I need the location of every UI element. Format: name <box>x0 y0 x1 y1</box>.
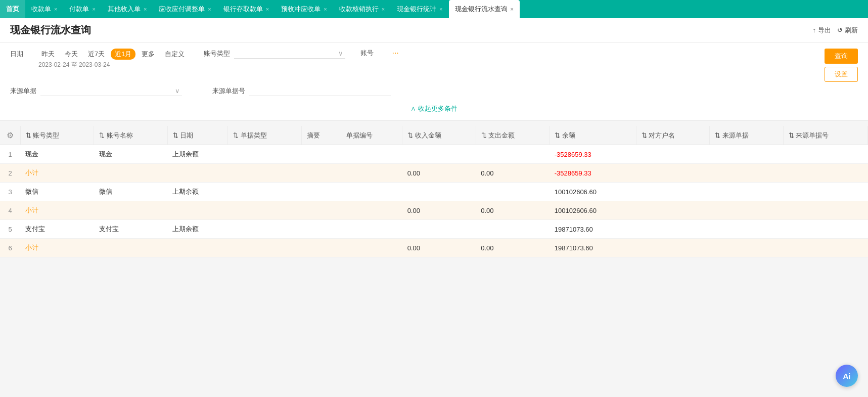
table-cell <box>710 164 784 183</box>
table-cell: 小计 <box>20 201 94 220</box>
table-cell: 100102606.60 <box>550 183 636 201</box>
table-cell <box>710 183 784 201</box>
th-doc-no: 单据编号 <box>341 126 402 145</box>
nav-item-bank-deposit[interactable]: 银行存取款单 × <box>217 0 275 18</box>
th-expense-label: ⇅ 支出金额 <box>481 131 515 139</box>
nav-item-receipt[interactable]: 收款单 × <box>25 0 63 18</box>
nav-receipt-close[interactable]: × <box>54 6 57 12</box>
nav-write-off-label: 收款核销执行 <box>339 5 379 14</box>
source-doc-no-label: 来源单据号 <box>212 86 245 96</box>
table-cell <box>710 239 784 257</box>
nav-item-cash-stats[interactable]: 现金银行统计 × <box>391 0 448 18</box>
date-opt-yesterday[interactable]: 昨天 <box>37 49 59 60</box>
nav-item-home[interactable]: 首页 <box>0 0 25 18</box>
nav-item-prepay[interactable]: 预收冲应收单 × <box>275 0 333 18</box>
th-source-doc-no-label: ⇅ 来源单据号 <box>789 131 829 139</box>
date-opt-1month[interactable]: 近1月 <box>111 49 135 60</box>
nav-prepay-close[interactable]: × <box>324 6 327 12</box>
nav-write-off-close[interactable]: × <box>382 6 385 12</box>
th-settings[interactable]: ⚙ <box>0 126 20 145</box>
nav-item-cash-flow[interactable]: 现金银行流水查询 × <box>449 0 520 18</box>
table-cell: 小计 <box>20 164 94 183</box>
table-cell <box>228 164 302 183</box>
table-settings-icon[interactable]: ⚙ <box>7 131 14 140</box>
nav-cash-stats-close[interactable]: × <box>439 6 442 12</box>
source-doc-label: 来源单据 <box>10 86 36 96</box>
nav-item-write-off[interactable]: 收款核销执行 × <box>333 0 391 18</box>
date-opt-today[interactable]: 今天 <box>61 49 82 60</box>
table-cell: 上期余额 <box>167 220 228 239</box>
th-account-name[interactable]: ⇅ 账号名称 <box>94 126 168 145</box>
th-balance[interactable]: ⇅ 余额 <box>550 126 636 145</box>
date-range-display: 2023-02-24 至 2023-03-24 <box>38 61 110 68</box>
table-cell <box>341 145 402 164</box>
table-cell <box>710 220 784 239</box>
th-summary: 摘要 <box>301 126 341 145</box>
table-cell <box>636 164 710 183</box>
nav-item-ar-ap-adjust[interactable]: 应收应付调整单 × <box>153 0 217 18</box>
account-type-select[interactable]: ∨ <box>234 49 345 59</box>
nav-bank-deposit-close[interactable]: × <box>266 6 269 12</box>
export-button[interactable]: ↑ 导出 <box>813 26 832 35</box>
nav-payment-close[interactable]: × <box>92 6 95 12</box>
account-label: 账号 <box>360 49 386 58</box>
table-cell <box>710 145 784 164</box>
nav-item-payment[interactable]: 付款单 × <box>63 0 101 18</box>
table-cell <box>94 201 168 220</box>
table-cell: 0.00 <box>476 239 550 257</box>
query-button[interactable]: 查询 <box>825 49 858 64</box>
account-type-chevron-icon: ∨ <box>338 50 343 57</box>
table-cell: 微信 <box>94 183 168 201</box>
table-cell: 0.00 <box>476 164 550 183</box>
account-dots-button[interactable]: ··· <box>390 49 400 58</box>
nav-ar-ap-close[interactable]: × <box>208 6 211 12</box>
table-cell <box>301 164 341 183</box>
table-row: 6小计0.000.0019871073.60 <box>0 239 868 257</box>
th-doc-type-label: ⇅ 单据类型 <box>233 131 267 139</box>
table-cell: 4 <box>0 201 20 220</box>
table-cell <box>341 164 402 183</box>
settings-button[interactable]: 设置 <box>825 67 858 82</box>
th-source-doc[interactable]: ⇅ 来源单据 <box>710 126 784 145</box>
collapse-label: ∧ 收起更多条件 <box>410 105 458 112</box>
table-cell <box>783 220 867 239</box>
source-doc-chevron-icon: ∨ <box>175 87 180 95</box>
table-cell <box>636 145 710 164</box>
th-expense[interactable]: ⇅ 支出金额 <box>476 126 550 145</box>
table-cell <box>476 220 550 239</box>
date-opt-custom[interactable]: 自定义 <box>161 49 189 60</box>
table-cell <box>341 239 402 257</box>
th-counterparty[interactable]: ⇅ 对方户名 <box>636 126 710 145</box>
table-cell: -3528659.33 <box>550 164 636 183</box>
source-doc-no-input[interactable] <box>249 86 391 96</box>
nav-other-income-close[interactable]: × <box>144 6 147 12</box>
refresh-label: 刷新 <box>845 26 858 35</box>
th-account-type[interactable]: ⇅ 账号类型 <box>20 126 94 145</box>
table-cell: 小计 <box>20 239 94 257</box>
nav-cash-flow-close[interactable]: × <box>511 6 514 12</box>
refresh-button[interactable]: ↺ 刷新 <box>837 26 858 35</box>
nav-item-other-income[interactable]: 其他收入单 × <box>102 0 153 18</box>
table-cell: 上期余额 <box>167 145 228 164</box>
table-cell <box>783 183 867 201</box>
table-cell <box>476 183 550 201</box>
th-income[interactable]: ⇅ 收入金额 <box>402 126 476 145</box>
th-date[interactable]: ⇅ 日期 <box>167 126 228 145</box>
nav-bank-deposit-label: 银行存取款单 <box>223 5 263 14</box>
table-cell: 0.00 <box>402 239 476 257</box>
table-cell: 1 <box>0 145 20 164</box>
table-cell <box>636 183 710 201</box>
source-doc-filter: 来源单据 ∨ <box>10 86 182 96</box>
table-cell <box>94 164 168 183</box>
th-income-label: ⇅ 收入金额 <box>407 131 441 139</box>
table-cell: 5 <box>0 220 20 239</box>
table-cell: 现金 <box>20 145 94 164</box>
header-actions: ↑ 导出 ↺ 刷新 <box>813 26 858 35</box>
date-opt-7days[interactable]: 近7天 <box>84 49 109 60</box>
date-opt-more[interactable]: 更多 <box>138 49 159 60</box>
th-source-doc-no[interactable]: ⇅ 来源单据号 <box>783 126 867 145</box>
table-cell <box>94 239 168 257</box>
nav-ar-ap-label: 应收应付调整单 <box>159 5 205 14</box>
source-doc-select[interactable]: ∨ <box>40 86 182 96</box>
collapse-bar[interactable]: ∧ 收起更多条件 <box>10 102 858 115</box>
